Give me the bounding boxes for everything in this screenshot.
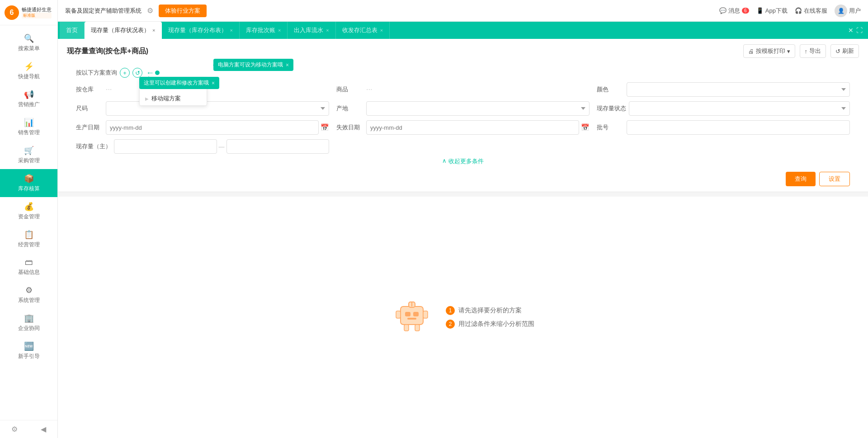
sidebar-item-finance[interactable]: 💰 资金管理 <box>0 197 57 225</box>
tab-inventory-status-label: 现存量（库存状况表） <box>91 26 150 34</box>
enterprise-icon: 🏢 <box>24 313 34 323</box>
sidebar-item-label: 系统管理 <box>18 297 40 304</box>
maximize-btn[interactable]: ⛶ <box>856 27 863 34</box>
chevron-down-icon: ▾ <box>787 48 790 55</box>
close-all-tabs-btn[interactable]: ✕ <box>848 27 854 34</box>
refresh-schema-btn[interactable]: ↺ <box>132 68 142 78</box>
produce-date-label: 生产日期 <box>76 123 103 132</box>
tab-inout-flow[interactable]: 出入库流水 × <box>288 22 335 39</box>
filter-row-goods: 商品 ··· <box>336 82 590 97</box>
svg-rect-9 <box>415 325 420 331</box>
refresh-button[interactable]: ↺ 刷新 <box>830 44 859 58</box>
origin-label: 产地 <box>336 104 363 113</box>
filter-row-produce-date: 生产日期 📅 <box>76 120 329 135</box>
add-schema-btn[interactable]: + <box>120 68 130 78</box>
svg-rect-1 <box>405 312 410 316</box>
tab-inventory-status-close[interactable]: × <box>152 28 155 33</box>
svg-rect-2 <box>413 312 419 316</box>
tab-collect-summary-close[interactable]: × <box>380 28 383 33</box>
sidebar-item-search-menu[interactable]: 🔍 搜索菜单 <box>0 29 57 57</box>
sidebar-item-sales[interactable]: 📊 销售管理 <box>0 113 57 141</box>
sidebar-item-label: 库存核算 <box>18 185 40 193</box>
tab-home-label: 首页 <box>66 26 78 34</box>
empty-tip-2: 2 用过滤条件来缩小分析范围 <box>446 320 534 329</box>
tip-text-1: 请先选择要分析的方案 <box>458 306 522 315</box>
sidebar-item-enterprise[interactable]: 🏢 企业协同 <box>0 309 57 337</box>
edit-tooltip-close[interactable]: × <box>212 80 215 86</box>
user-item[interactable]: 👤 用户 <box>835 5 861 17</box>
sidebar-item-inventory[interactable]: 📦 库存核算 <box>0 169 57 197</box>
empty-icon <box>392 293 432 342</box>
collapse-conditions-btn[interactable]: ∧ 收起更多条件 <box>76 154 850 167</box>
stock-status-select[interactable] <box>629 101 850 116</box>
sidebar-item-quick-nav[interactable]: ⚡ 快捷导航 <box>0 57 57 85</box>
phone-icon: 📱 <box>756 7 764 14</box>
system-icon: ⚙ <box>25 285 33 295</box>
tab-inventory-status[interactable]: 现存量（库存状况表） × <box>85 22 162 39</box>
color-select[interactable] <box>627 82 850 97</box>
sidebar-item-guide[interactable]: 🆕 新手引导 <box>0 337 57 365</box>
sidebar-item-operation[interactable]: 📋 经营管理 <box>0 225 57 253</box>
svg-rect-3 <box>407 318 416 320</box>
sidebar-item-label: 新手引导 <box>18 353 40 360</box>
sidebar-item-label: 资金管理 <box>18 213 40 221</box>
goods-more-icon[interactable]: ··· <box>366 85 372 94</box>
expire-date-label: 失效日期 <box>336 123 363 132</box>
sidebar-item-purchase[interactable]: 🛒 采购管理 <box>0 141 57 169</box>
export-button[interactable]: ↑ 导出 <box>800 44 826 58</box>
tab-inout-flow-label: 出入库流水 <box>294 26 323 34</box>
message-item[interactable]: 💬 消息 6 <box>719 7 749 15</box>
expire-date-range: 📅 <box>366 120 590 135</box>
stock-main-from-input[interactable] <box>114 139 217 154</box>
produce-date-from-input[interactable] <box>106 120 319 135</box>
sidebar: 6 畅捷通好生意 标准版 🔍 搜索菜单 ⚡ 快捷导航 📢 营销推广 📊 销售管理… <box>0 0 58 438</box>
page-actions: 🖨 按模板打印 ▾ ↑ 导出 ↺ 刷新 <box>743 44 859 58</box>
calendar-icon-expire[interactable]: 📅 <box>581 123 590 132</box>
top-header: 装备及固定资产辅助管理系统 ⚙ 体验行业方案 💬 消息 6 📱 App下载 🎧 … <box>58 0 868 22</box>
tab-home[interactable]: 首页 <box>60 22 85 39</box>
reset-button[interactable]: 设置 <box>819 172 850 186</box>
refresh-icon: ↺ <box>835 48 840 55</box>
batch-input[interactable] <box>627 120 850 135</box>
sidebar-item-basic-info[interactable]: 🗃 基础信息 <box>0 253 57 281</box>
trial-button[interactable]: 体验行业方案 <box>159 5 207 17</box>
sidebar-settings-btn[interactable]: ⚙ <box>11 425 18 433</box>
sidebar-nav: 🔍 搜索菜单 ⚡ 快捷导航 📢 营销推广 📊 销售管理 🛒 采购管理 📦 库存核… <box>0 25 57 420</box>
search-button[interactable]: 查询 <box>786 172 816 186</box>
origin-select[interactable] <box>366 101 590 116</box>
sidebar-item-label: 经营管理 <box>18 241 40 249</box>
schema-item-mobile[interactable]: ▶ 移动端方案 <box>140 92 207 105</box>
online-service-item[interactable]: 🎧 在线客服 <box>795 7 827 15</box>
produce-date-range: 📅 <box>106 120 329 135</box>
system-name: 装备及固定资产辅助管理系统 <box>65 7 142 15</box>
header-settings-icon[interactable]: ⚙ <box>147 6 153 15</box>
calendar-icon-from[interactable]: 📅 <box>321 123 329 132</box>
tab-inout-flow-close[interactable]: × <box>326 28 329 33</box>
expire-date-from-input[interactable] <box>366 120 579 135</box>
tip-text-2: 用过滤条件来缩小分析范围 <box>458 320 534 328</box>
filter-row-stock-status: 现存量状态 <box>597 101 850 116</box>
tab-inventory-dist[interactable]: 现存量（库存分布表） × <box>162 22 239 39</box>
sidebar-item-marketing[interactable]: 📢 营销推广 <box>0 85 57 113</box>
template-print-button[interactable]: 🖨 按模板打印 ▾ <box>743 44 795 58</box>
warehouse-more-icon[interactable]: ··· <box>106 85 112 94</box>
sidebar-collapse-btn[interactable]: ◀ <box>41 425 46 433</box>
logo-text: 畅捷通好生意 标准版 <box>22 6 52 19</box>
goods-label: 商品 <box>336 85 363 94</box>
sidebar-bottom: ⚙ ◀ <box>0 420 57 438</box>
sidebar-item-label: 营销推广 <box>18 101 40 108</box>
tab-collect-summary[interactable]: 收发存汇总表 × <box>336 22 390 39</box>
stock-main-to-input[interactable] <box>226 139 330 154</box>
app-download-item[interactable]: 📱 App下载 <box>756 7 788 15</box>
schema-active-tooltip-close[interactable]: × <box>286 62 289 68</box>
tab-batch-account[interactable]: 库存批次账 × <box>240 22 288 39</box>
filter-area: 按以下方案查询 + ↺ ← 电脑方案可设为移动方案哦 × <box>67 63 859 192</box>
edit-tooltip-text: 这里可以创建和修改方案哦 <box>144 79 209 87</box>
page-title: 现存量查询(按仓库+商品) <box>67 47 148 56</box>
tab-inventory-dist-close[interactable]: × <box>230 28 232 33</box>
message-label: 消息 <box>728 7 740 15</box>
empty-state-svg <box>392 293 432 334</box>
collapse-label: 收起更多条件 <box>448 157 484 165</box>
sidebar-item-system[interactable]: ⚙ 系统管理 <box>0 281 57 309</box>
tab-batch-account-close[interactable]: × <box>278 28 281 33</box>
